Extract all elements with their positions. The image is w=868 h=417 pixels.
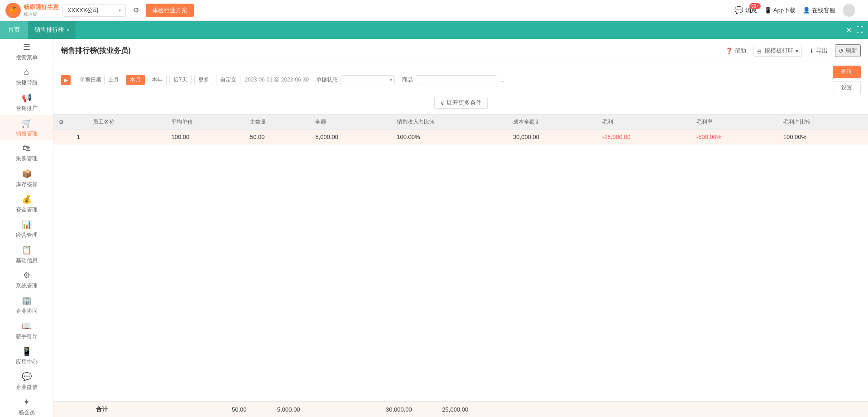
- footer-cost: 30,000.00: [380, 406, 435, 413]
- refresh-button[interactable]: ↺ 刷新: [835, 44, 861, 57]
- cell-amount: 5,000.00: [310, 130, 391, 144]
- top-bar: 🍊 畅康通好生意 标准版 XXXXX公司 ▾ ⚙ 体验行业方案 💬 消息 99+…: [0, 0, 868, 21]
- expand-row: ∨ 展开更多条件: [61, 94, 861, 110]
- sidebar-item-sales[interactable]: 🛒 销售管理: [0, 115, 53, 140]
- sidebar-item-purchase[interactable]: 🛍 采购管理: [0, 140, 53, 166]
- sidebar-item-app-center[interactable]: 📱 应用中心: [0, 343, 53, 369]
- logo-area: 🍊 畅康通好生意 标准版: [5, 3, 59, 18]
- cell-profit: -25,000.00: [597, 130, 691, 144]
- table-header-row: ⚙ 员工名称 平均单价 主数量 全额 销售收入占比% 成本全额 ℹ 毛利 毛利率…: [53, 115, 868, 130]
- status-select-wrap: [340, 75, 395, 85]
- page-actions: ❓ 帮助 🖨 按模板打印 ▾ ⬇ 导出 ↺ 刷新: [723, 44, 861, 57]
- col-rank: [69, 115, 87, 130]
- filter-area: ▶ 单据日期 上月 本月 本年 近7天 更多 自定义 2023-06-01 至 …: [53, 61, 868, 115]
- footer-amount: 5,000.00: [272, 406, 326, 413]
- cell-employee-name: [87, 130, 166, 144]
- col-avg-price: 平均单价: [166, 115, 244, 130]
- sidebar-item-inventory[interactable]: 📦 库存核算: [0, 166, 53, 191]
- sidebar-label-member: 畅会员: [19, 409, 35, 417]
- col-profit-pct: 毛利占比%: [778, 115, 868, 130]
- cell-settings[interactable]: [53, 130, 69, 144]
- purchase-icon: 🛍: [23, 144, 31, 153]
- goods-filter-label: 商品: [402, 76, 413, 84]
- cell-cost: 30,000.00: [508, 130, 597, 144]
- date-btn-7days[interactable]: 近7天: [169, 75, 192, 85]
- sidebar-label-basic-info: 基础信息: [16, 257, 38, 264]
- sidebar-label-system: 系统管理: [16, 282, 38, 290]
- page-title: 销售排行榜(按业务员): [61, 46, 131, 56]
- date-btn-current-month[interactable]: 本月: [126, 75, 145, 85]
- sidebar-item-finance[interactable]: 💰 资金管理: [0, 191, 53, 216]
- sidebar-item-operations[interactable]: 📊 经营管理: [0, 216, 53, 242]
- right-buttons: 查询 设置: [833, 66, 861, 94]
- col-profit: 毛利: [597, 115, 691, 130]
- window-maximize-icon[interactable]: ⛶: [856, 26, 863, 34]
- user-avatar[interactable]: [843, 4, 855, 17]
- print-dropdown-icon: ▾: [796, 48, 799, 54]
- gear-button[interactable]: ⚙: [129, 4, 142, 17]
- cell-profit-pct: 100.00%: [778, 130, 868, 144]
- refresh-icon: ↺: [839, 48, 844, 54]
- cell-rank: 1: [69, 130, 87, 144]
- query-button[interactable]: 查询: [833, 66, 861, 78]
- sidebar-item-enterprise[interactable]: 🏢 企业协同: [0, 292, 53, 318]
- date-btn-year[interactable]: 本年: [148, 75, 167, 85]
- content-area: 销售排行榜(按业务员) ❓ 帮助 🖨 按模板打印 ▾ ⬇ 导出 ↺ 刷新: [53, 39, 868, 417]
- expand-conditions-button[interactable]: ∨ 展开更多条件: [434, 97, 488, 109]
- col-settings[interactable]: ⚙: [53, 115, 69, 130]
- sidebar-item-guide[interactable]: 📖 新手引导: [0, 318, 53, 343]
- goods-input[interactable]: [416, 75, 497, 85]
- date-btn-more[interactable]: 更多: [194, 75, 213, 85]
- marketing-icon: 📢: [22, 93, 32, 103]
- finance-icon: 💰: [22, 194, 32, 204]
- date-btn-custom[interactable]: 自定义: [216, 75, 240, 85]
- help-icon: ❓: [725, 48, 733, 54]
- status-filter-label: 单据状态: [316, 76, 338, 84]
- sidebar-item-basic-info[interactable]: 📋 基础信息: [0, 242, 53, 267]
- sidebar-item-member[interactable]: ✦ 畅会员: [0, 394, 53, 417]
- filter-expand-arrow[interactable]: ▶: [61, 75, 71, 85]
- sidebar-item-search[interactable]: ☰ 搜索菜单: [0, 39, 53, 64]
- message-area[interactable]: 💬 消息 99+: [734, 6, 757, 14]
- trial-button[interactable]: 体验行业方案: [146, 4, 194, 17]
- footer-label: 合计: [91, 405, 181, 413]
- home-icon: ⌂: [24, 67, 29, 77]
- tab-close-icon[interactable]: ×: [67, 27, 69, 33]
- date-btn-last-month[interactable]: 上月: [104, 75, 123, 85]
- sidebar-label-sales: 销售管理: [16, 130, 38, 138]
- sidebar-item-wechat[interactable]: 💬 企业微信: [0, 369, 53, 394]
- system-icon: ⚙: [23, 270, 30, 280]
- tab-bar-right: ✕ ⛶: [846, 26, 868, 34]
- logo-title: 畅康通好生意: [24, 3, 59, 11]
- cell-avg-price: 100.00: [166, 130, 244, 144]
- sidebar-label-inventory: 库存核算: [16, 181, 38, 188]
- export-button[interactable]: ⬇ 导出: [806, 45, 830, 56]
- sidebar-label-enterprise: 企业协同: [16, 307, 38, 315]
- online-service-button[interactable]: 👤 在线客服: [803, 6, 835, 14]
- col-quantity: 主数量: [245, 115, 310, 130]
- member-icon: ✦: [23, 397, 30, 407]
- footer-quantity: 50.00: [226, 406, 272, 413]
- status-select[interactable]: [340, 75, 395, 85]
- table-footer: 合计 50.00 5,000.00 30,000.00 -25,000.00: [53, 401, 868, 417]
- cell-quantity: 50.00: [245, 130, 310, 144]
- print-button[interactable]: 🖨 按模板打印 ▾: [753, 45, 802, 57]
- company-name: XXXXX公司: [67, 6, 116, 14]
- help-button[interactable]: ❓ 帮助: [723, 45, 749, 56]
- company-selector[interactable]: XXXXX公司 ▾: [62, 4, 126, 17]
- tab-home[interactable]: 首页: [0, 21, 28, 39]
- tab-sales-ranking[interactable]: 销售排行榜 ×: [28, 21, 76, 39]
- window-close-icon[interactable]: ✕: [846, 26, 852, 34]
- sidebar-label-app-center: 应用中心: [16, 358, 38, 366]
- sidebar-item-marketing[interactable]: 📢 营销推广: [0, 90, 53, 115]
- footer-profit: -25,000.00: [435, 406, 489, 413]
- col-profit-rate: 毛利率: [691, 115, 778, 130]
- app-download-button[interactable]: 📱 App下载: [764, 6, 796, 14]
- settings-button[interactable]: 设置: [833, 81, 861, 94]
- date-range-display: 2023-06-01 至 2023-06-30: [245, 76, 309, 84]
- sidebar-item-quick-nav[interactable]: ⌂ 快捷导航: [0, 64, 53, 90]
- sidebar-label-search: 搜索菜单: [16, 54, 38, 62]
- col-amount: 全额: [310, 115, 391, 130]
- sidebar-item-system[interactable]: ⚙ 系统管理: [0, 267, 53, 292]
- goods-more-button[interactable]: ...: [500, 77, 504, 83]
